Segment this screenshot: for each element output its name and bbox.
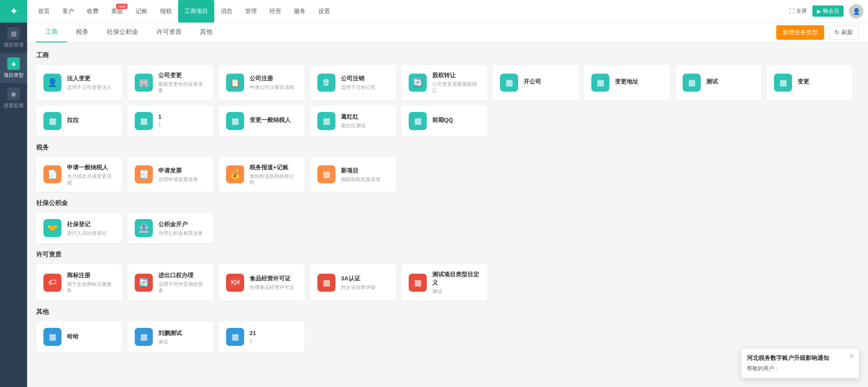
- card-title-new-project: 新项目: [341, 167, 381, 175]
- sidebar-item-project-type[interactable]: ◈ 项目类型: [0, 53, 27, 83]
- card-change[interactable]: ▦ 变更: [767, 65, 853, 100]
- nav-invoice[interactable]: 票据 new: [105, 0, 129, 23]
- progress-monitor-icon: ◉: [7, 88, 20, 100]
- subtabs: 工商 税务 社保公积金 许可资质 其他 新增业务类型 ↻ 刷新: [27, 23, 868, 42]
- card-apply-tax[interactable]: 📄 申请一般纳税人 当月或次月成变更完成: [36, 157, 122, 192]
- refresh-button[interactable]: ↻ 刷新: [829, 25, 859, 40]
- card-title-food-license: 食品经营许可证: [250, 275, 294, 283]
- sidebar-item-label: 项目类型: [4, 72, 24, 79]
- card-subtitle-liu-peng-test: 测试: [158, 339, 182, 345]
- refresh-label: 刷新: [841, 28, 853, 37]
- card-subtitle-apply-tax: 当月或次月成变更完成: [67, 173, 115, 186]
- card-twenty-one[interactable]: ▦ 21 1: [219, 322, 305, 352]
- card-subtitle-social-register: 进行人员社保登记: [67, 230, 107, 236]
- card-subtitle-equity-transfer: 公司变更需要股权转让: [432, 81, 480, 94]
- card-title-legal-change: 法人变更: [67, 75, 112, 83]
- subtab-social[interactable]: 社保公积金: [98, 23, 147, 42]
- notification-popup: ✕ 河北税务数字账户升级影响通知 尊敬的用户：: [741, 349, 859, 378]
- card-test-type[interactable]: ▦ 测试项目类型目定义 测试: [401, 264, 487, 301]
- notification-close-button[interactable]: ✕: [849, 352, 854, 359]
- nav-billing[interactable]: 收费: [80, 0, 105, 23]
- sidebar-item-progress-monitor[interactable]: ◉ 进度监测: [0, 83, 27, 113]
- topnav-right: ⛶ 全屏 ▶ 畅会员 👤: [789, 4, 863, 19]
- card-title-apply-invoice: 申请发票: [158, 167, 198, 175]
- card-apply-invoice[interactable]: 🧾 申请发票 办理申请发票业务: [127, 157, 213, 192]
- card-front-qq[interactable]: ▦ 前期QQ: [401, 106, 487, 136]
- nav-manage[interactable]: 管理: [239, 0, 263, 23]
- card-open-company[interactable]: ▦ 开公司: [493, 65, 579, 100]
- nav-tax[interactable]: 报税: [154, 0, 178, 23]
- card-title-front-qq: 前期QQ: [432, 116, 453, 124]
- new-badge: new: [116, 4, 127, 9]
- card-subtitle-apply-invoice: 办理申请发票业务: [158, 176, 198, 182]
- logo-icon: ✦: [10, 6, 18, 17]
- card-equity-transfer[interactable]: 🔄 股权转让 公司变更需要股权转让: [401, 65, 487, 100]
- card-icon-company-cancel: 🗑: [317, 74, 335, 92]
- nav-operation[interactable]: 经营: [263, 0, 288, 23]
- card-change-address[interactable]: ▦ 变更地址: [584, 65, 670, 100]
- card-ge-hong-hong[interactable]: ▦ 葛红红 葛红红测试: [310, 106, 396, 136]
- card-trademark[interactable]: 🏷 商标注册 用于企业商标注册服务: [36, 264, 122, 301]
- card-icon-change-tax: ▦: [226, 112, 244, 130]
- vip-icon: ▶: [817, 8, 821, 14]
- nav-service[interactable]: 服务: [288, 0, 312, 23]
- subtab-industrial[interactable]: 工商: [36, 23, 67, 42]
- card-company-change[interactable]: 🏢 公司变更 股权变更外的业务变更: [127, 65, 213, 100]
- card-icon-liu-peng-test: ▦: [135, 328, 153, 346]
- card-subtitle-food-license: 办理食品经营许可证: [250, 284, 294, 290]
- nav-home[interactable]: 首页: [32, 0, 56, 23]
- card-one[interactable]: ▦ 1 1: [127, 106, 213, 136]
- card-title-3a-cert: 3A认证: [341, 275, 376, 283]
- card-title-fund-open: 公积金开户: [158, 220, 203, 228]
- fullscreen-icon: ⛶: [789, 8, 794, 14]
- card-company-register[interactable]: 📋 公司注册 申请公司注册全流程: [219, 65, 305, 100]
- card-legal-change[interactable]: 👤 法人变更 适用于公司变更法人: [36, 65, 122, 100]
- card-import-export[interactable]: 🔄 进出口权办理 适用于对外贸易经营者: [127, 264, 213, 301]
- avatar[interactable]: 👤: [849, 4, 863, 19]
- subtab-other[interactable]: 其他: [191, 23, 222, 42]
- card-social-register[interactable]: 🤝 社保登记 进行人员社保登记: [36, 213, 122, 243]
- sidebar-item-project-manage[interactable]: ▦ 项目管理: [0, 23, 27, 53]
- card-title-change-address: 变更地址: [615, 78, 638, 86]
- card-lala[interactable]: ▦ 拉拉: [36, 106, 122, 136]
- project-manage-icon: ▦: [7, 27, 20, 40]
- subtab-license[interactable]: 许可资质: [147, 23, 191, 42]
- sidebar-item-label: 进度监测: [4, 102, 24, 109]
- nav-accounting[interactable]: 记账: [129, 0, 154, 23]
- card-change-tax[interactable]: ▦ 变更一般纳税人: [219, 106, 305, 136]
- card-icon-apply-tax: 📄: [43, 165, 61, 183]
- card-liu-peng-test[interactable]: ▦ 刘鹏测试 测试: [127, 322, 213, 352]
- section-social: 社保公积金 🤝 社保登记 进行人员社保登记 🏦 公积金开户 办理公积金相关业务: [36, 199, 859, 243]
- card-tax-report[interactable]: 💰 税务报道+记账 拿到营业执照的新公司: [219, 157, 305, 192]
- other-cards-grid: ▦ 哈哈 ▦ 刘鹏测试 测试 ▦ 21 1: [36, 322, 859, 352]
- nav-message[interactable]: 消息: [214, 0, 239, 23]
- card-new-project[interactable]: ▦ 新项目 报税加税控盘保管: [310, 157, 396, 192]
- card-subtitle-test-type: 测试: [432, 288, 480, 294]
- nav-customer[interactable]: 客户: [56, 0, 80, 23]
- card-test[interactable]: ▦ 测试: [675, 65, 761, 100]
- card-icon-apply-invoice: 🧾: [135, 165, 153, 183]
- card-title-twenty-one: 21: [250, 330, 256, 336]
- subtab-tax[interactable]: 税务: [67, 23, 98, 42]
- notification-title: 河北税务数字账户升级影响通知: [747, 354, 854, 362]
- nav-settings[interactable]: 设置: [312, 0, 336, 23]
- section-social-title: 社保公积金: [36, 199, 859, 207]
- fullscreen-btn[interactable]: ⛶ 全屏: [789, 7, 807, 15]
- card-food-license[interactable]: 🍽 食品经营许可证 办理食品经营许可证: [219, 264, 305, 301]
- card-haha[interactable]: ▦ 哈哈: [36, 322, 122, 352]
- card-icon-trademark: 🏷: [43, 274, 61, 292]
- card-icon-3a-cert: ▦: [317, 274, 335, 292]
- social-cards-grid: 🤝 社保登记 进行人员社保登记 🏦 公积金开户 办理公积金相关业务: [36, 213, 859, 243]
- card-fund-open[interactable]: 🏦 公积金开户 办理公积金相关业务: [127, 213, 213, 243]
- card-company-cancel[interactable]: 🗑 公司注销 适用于注销公司: [310, 65, 396, 100]
- card-3a-cert[interactable]: ▦ 3A认证 对企业信誉评级: [310, 264, 396, 301]
- card-title-equity-transfer: 股权转让: [432, 71, 480, 79]
- card-subtitle-import-export: 适用于对外贸易经营者: [158, 281, 206, 294]
- card-title-company-cancel: 公司注销: [341, 75, 376, 83]
- new-business-type-button[interactable]: 新增业务类型: [776, 25, 824, 40]
- card-icon-fund-open: 🏦: [135, 219, 153, 237]
- vip-btn[interactable]: ▶ 畅会员: [812, 5, 844, 17]
- card-title-company-change: 公司变更: [158, 71, 206, 79]
- nav-industrial[interactable]: 工商项目: [178, 0, 214, 23]
- card-title-open-company: 开公司: [524, 78, 541, 86]
